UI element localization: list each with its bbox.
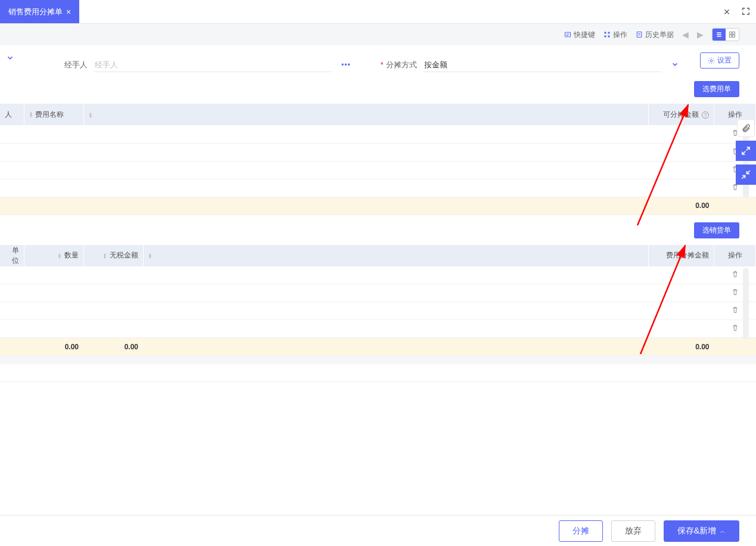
close-icon[interactable]: × xyxy=(720,6,733,18)
col-operation2: 操作 xyxy=(714,245,756,266)
svg-rect-7 xyxy=(733,32,735,35)
col-alloc-label: 费用分摊金额 xyxy=(666,251,709,259)
handler-label: 经手人 xyxy=(64,60,88,70)
sales-total-alloc: 0.00 xyxy=(649,338,714,356)
trash-icon[interactable] xyxy=(732,271,739,278)
choose-expense-button[interactable]: 选费用单 xyxy=(694,81,739,97)
sales-total-notax: 0.00 xyxy=(83,338,143,356)
table-row xyxy=(0,143,756,161)
col-unit-label: 单位 xyxy=(12,246,19,265)
svg-point-10 xyxy=(710,60,712,61)
col-qty[interactable]: 数量 xyxy=(24,245,83,266)
shortcut-link[interactable]: 快捷键 xyxy=(564,30,595,40)
table-row xyxy=(0,161,756,179)
chevron-down-icon[interactable] xyxy=(671,60,679,70)
grey-gap xyxy=(0,356,756,364)
choose-sales-button[interactable]: 选销货单 xyxy=(694,222,739,238)
tab-bar: 销售费用分摊单 × × xyxy=(0,0,756,24)
handler-input[interactable] xyxy=(94,58,332,72)
sort-icon[interactable] xyxy=(148,253,153,259)
view-toggle xyxy=(712,28,739,41)
history-link[interactable]: 历史单据 xyxy=(636,30,674,40)
sort-icon[interactable] xyxy=(89,112,93,118)
handler-field: 经手人 ••• xyxy=(64,58,351,72)
svg-rect-6 xyxy=(730,32,732,35)
table-row xyxy=(0,302,756,320)
tab-title: 销售费用分摊单 xyxy=(8,7,63,17)
sales-section: 选销货单 单位 数量 无税金额 费用分摊金额 操作 xyxy=(0,220,756,356)
trash-icon[interactable] xyxy=(732,324,739,331)
allocate-button[interactable]: 分摊 xyxy=(559,520,603,542)
expense-table: 人 费用名称 可分摊金额 ? 操作 0.00 xyxy=(0,104,756,215)
ellipsis-icon[interactable]: ••• xyxy=(341,61,351,69)
svg-rect-5 xyxy=(637,32,642,38)
info-icon[interactable]: ? xyxy=(702,111,709,119)
col-person[interactable]: 人 xyxy=(0,104,24,125)
svg-rect-8 xyxy=(730,35,732,38)
save-new-label: 保存&新增 xyxy=(677,526,716,536)
footer: 分摊 放弃 保存&新增 ︿ xyxy=(0,515,756,546)
col-alloc-amount[interactable]: 费用分摊金额 xyxy=(649,245,714,266)
sales-table-header: 单位 数量 无税金额 费用分摊金额 操作 xyxy=(0,245,756,266)
svg-rect-1 xyxy=(605,32,606,34)
attachment-icon[interactable] xyxy=(737,119,755,137)
col-op2-label: 操作 xyxy=(728,251,742,259)
chevron-down-icon[interactable] xyxy=(6,54,14,64)
history-label: 历史单据 xyxy=(645,30,674,40)
table-row xyxy=(0,266,756,284)
form-row: 经手人 ••• *分摊方式 设置 xyxy=(0,45,756,79)
trash-icon[interactable] xyxy=(732,288,739,296)
col-spacer xyxy=(83,104,649,125)
tab-sales-expense-alloc[interactable]: 销售费用分摊单 × xyxy=(0,0,79,23)
svg-rect-9 xyxy=(733,35,735,38)
col-allocable-label: 可分摊金额 xyxy=(663,110,699,119)
trash-icon[interactable] xyxy=(732,306,739,314)
col-expense-name[interactable]: 费用名称 xyxy=(24,104,83,125)
col-expense-name-label: 费用名称 xyxy=(35,110,64,119)
col-person-label: 人 xyxy=(5,110,12,119)
table-row xyxy=(0,125,756,143)
settings-label: 设置 xyxy=(717,55,732,66)
expand-in-icon[interactable] xyxy=(736,165,756,185)
col-allocable-amount[interactable]: 可分摊金额 ? xyxy=(649,104,714,125)
expense-table-header: 人 费用名称 可分摊金额 ? 操作 xyxy=(0,104,756,125)
col-qty-label: 数量 xyxy=(64,251,79,259)
view-card-icon[interactable] xyxy=(726,29,739,41)
col-notax-label: 无税金额 xyxy=(110,251,138,259)
fullscreen-icon[interactable] xyxy=(742,7,750,17)
view-list-icon[interactable] xyxy=(713,29,726,41)
operate-label: 操作 xyxy=(613,30,627,40)
table-row xyxy=(0,320,756,338)
expense-total-row: 0.00 xyxy=(0,197,756,215)
col-unit[interactable]: 单位 xyxy=(0,245,24,266)
settings-button[interactable]: 设置 xyxy=(700,52,739,69)
expense-total-value: 0.00 xyxy=(649,197,714,215)
toolbar-strip: 快捷键 操作 历史单据 ◀ ▶ xyxy=(0,24,756,45)
sort-icon[interactable] xyxy=(103,253,107,259)
tab-close-icon[interactable]: × xyxy=(66,7,71,17)
expand-out-icon[interactable] xyxy=(736,141,756,161)
col-notax[interactable]: 无税金额 xyxy=(83,245,143,266)
expense-section: 选费用单 人 费用名称 可分摊金额 ? 操作 xyxy=(0,79,756,215)
save-new-button[interactable]: 保存&新增 ︿ xyxy=(664,520,739,542)
method-label-text: 分摊方式 xyxy=(386,60,417,69)
col-op-label: 操作 xyxy=(728,110,742,119)
method-label: *分摊方式 xyxy=(381,60,417,70)
blank-area xyxy=(0,364,756,382)
pager-next-icon[interactable]: ▶ xyxy=(697,30,704,39)
sort-icon[interactable] xyxy=(58,253,62,259)
sales-table: 单位 数量 无税金额 费用分摊金额 操作 0.00 0.00 xyxy=(0,245,756,356)
discard-button[interactable]: 放弃 xyxy=(611,520,655,542)
svg-rect-4 xyxy=(608,36,610,38)
scrollbar[interactable] xyxy=(743,268,749,339)
tab-right-actions: × xyxy=(720,0,750,24)
operate-link[interactable]: 操作 xyxy=(603,30,627,40)
shortcut-label: 快捷键 xyxy=(574,30,595,40)
col-spacer2 xyxy=(143,245,649,266)
side-rail xyxy=(736,119,756,185)
sort-icon[interactable] xyxy=(29,111,33,117)
pager-prev-icon[interactable]: ◀ xyxy=(682,30,689,39)
method-field: *分摊方式 xyxy=(381,58,679,72)
table-row xyxy=(0,284,756,302)
method-input[interactable] xyxy=(423,58,661,72)
